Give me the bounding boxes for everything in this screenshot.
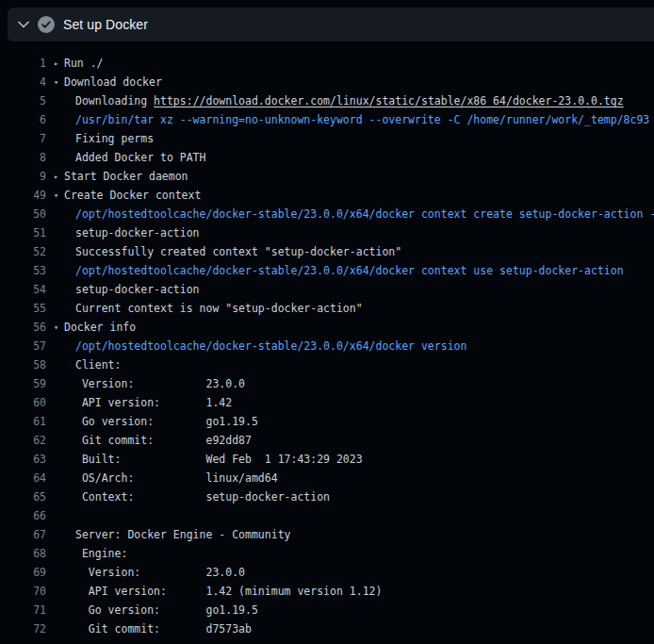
log-command: /opt/hostedtoolcache/docker-stable/23.0.… xyxy=(54,337,466,355)
log-text: Server: Docker Engine - Community xyxy=(54,525,290,544)
line-number[interactable]: 56 xyxy=(0,318,46,337)
status-check-icon xyxy=(38,16,55,33)
chevron-down-icon: ▾ xyxy=(54,318,64,337)
log-line: 72 Git commit: d7573ab xyxy=(0,619,654,638)
line-number[interactable]: 69 xyxy=(0,563,46,582)
log-line[interactable]: 49▾Create Docker context xyxy=(0,186,654,205)
log-text: Downloading https://download.docker.com/… xyxy=(54,91,624,110)
log-line[interactable]: 9▸Start Docker daemon xyxy=(0,167,654,186)
log-text: API version: 1.42 xyxy=(54,393,232,412)
log-line: 60 API version: 1.42 xyxy=(0,393,654,412)
line-number[interactable]: 49 xyxy=(0,186,46,205)
log-line: 51setup-docker-action xyxy=(0,223,654,242)
log-command: /usr/bin/tar xz --warning=no-unknown-key… xyxy=(54,110,649,129)
log-line: 62 Git commit: e92dd87 xyxy=(0,431,654,450)
log-text: Client: xyxy=(54,355,121,374)
log-text: setup-docker-action xyxy=(54,280,200,299)
log-line: 61 Go version: go1.19.5 xyxy=(0,412,654,431)
log-command: /opt/hostedtoolcache/docker-stable/23.0.… xyxy=(54,261,624,280)
line-number[interactable]: 66 xyxy=(0,506,46,525)
log-body: 1▸Run ./4▾Download docker5Downloading ht… xyxy=(0,41,654,644)
log-line: 8Added Docker to PATH xyxy=(0,148,654,167)
log-line[interactable]: 4▾Download docker xyxy=(0,73,654,91)
log-text: Go version: go1.19.5 xyxy=(54,412,258,431)
log-text: Git commit: e92dd87 xyxy=(54,431,252,450)
log-group-row[interactable]: ▾Download docker xyxy=(54,73,162,91)
log-line: 59 Version: 23.0.0 xyxy=(0,374,654,393)
chevron-down-icon[interactable] xyxy=(17,19,29,31)
step-title: Set up Docker xyxy=(63,17,148,32)
log-line: 71 Go version: go1.19.5 xyxy=(0,601,654,619)
line-number[interactable]: 70 xyxy=(0,582,46,601)
line-number[interactable]: 63 xyxy=(0,450,46,469)
line-number[interactable]: 59 xyxy=(0,374,46,393)
line-number[interactable]: 51 xyxy=(0,223,46,242)
line-number[interactable]: 1 xyxy=(0,54,46,73)
group-title: Start Docker daemon xyxy=(64,170,188,183)
log-text: Git commit: d7573ab xyxy=(54,619,252,638)
log-line: 68 Engine: xyxy=(0,544,654,563)
log-text: Context: setup-docker-action xyxy=(54,487,330,506)
log-line: 66 xyxy=(0,506,654,525)
line-number[interactable]: 55 xyxy=(0,299,46,318)
log-line: 70 API version: 1.42 (minimum version 1.… xyxy=(0,582,654,601)
log-line: 58Client: xyxy=(0,355,654,374)
log-text: Downloading xyxy=(75,94,154,107)
log-group-row[interactable]: ▾Create Docker context xyxy=(54,186,201,205)
log-text: Version: 23.0.0 xyxy=(54,374,245,393)
line-number[interactable]: 5 xyxy=(0,91,46,110)
log-line[interactable]: 56▾Docker info xyxy=(0,318,654,337)
line-number[interactable]: 64 xyxy=(0,469,46,487)
log-text: setup-docker-action xyxy=(54,223,200,242)
log-group-row[interactable]: ▾Docker info xyxy=(54,318,136,337)
line-number[interactable]: 6 xyxy=(0,110,46,129)
log-line: 50/opt/hostedtoolcache/docker-stable/23.… xyxy=(0,205,654,223)
line-number[interactable]: 57 xyxy=(0,337,46,355)
log-line: 65 Context: setup-docker-action xyxy=(0,487,654,506)
log-line: 53/opt/hostedtoolcache/docker-stable/23.… xyxy=(0,261,654,280)
group-title: Run ./ xyxy=(64,57,104,70)
log-line: 55Current context is now "setup-docker-a… xyxy=(0,299,654,318)
line-number[interactable]: 53 xyxy=(0,261,46,280)
group-title: Docker info xyxy=(64,321,136,334)
line-number[interactable]: 61 xyxy=(0,412,46,431)
log-text: Engine: xyxy=(54,544,127,563)
log-text: Successfully created context "setup-dock… xyxy=(54,242,401,261)
chevron-right-icon: ▸ xyxy=(54,167,64,186)
log-text xyxy=(54,506,75,525)
line-number[interactable]: 67 xyxy=(0,525,46,544)
line-number[interactable]: 4 xyxy=(0,73,46,91)
log-line: 67Server: Docker Engine - Community xyxy=(0,525,654,544)
chevron-down-icon: ▾ xyxy=(54,73,64,91)
line-number[interactable]: 60 xyxy=(0,393,46,412)
log-link[interactable]: https://download.docker.com/linux/static… xyxy=(154,94,624,107)
log-text: Fixing perms xyxy=(54,129,154,148)
line-number[interactable]: 62 xyxy=(0,431,46,450)
log-text: Go version: go1.19.5 xyxy=(54,601,258,619)
log-text: OS/Arch: linux/amd64 xyxy=(54,469,278,487)
group-title: Create Docker context xyxy=(64,189,201,202)
line-number[interactable]: 7 xyxy=(0,129,46,148)
line-number[interactable]: 8 xyxy=(0,148,46,167)
line-number[interactable]: 9 xyxy=(0,167,46,186)
log-command: /opt/hostedtoolcache/docker-stable/23.0.… xyxy=(54,205,654,223)
log-line: 52Successfully created context "setup-do… xyxy=(0,242,654,261)
log-line: 57/opt/hostedtoolcache/docker-stable/23.… xyxy=(0,337,654,355)
line-number[interactable]: 50 xyxy=(0,205,46,223)
line-number[interactable]: 65 xyxy=(0,487,46,506)
line-number[interactable]: 54 xyxy=(0,280,46,299)
log-text: Added Docker to PATH xyxy=(54,148,205,167)
line-number[interactable]: 72 xyxy=(0,619,46,638)
line-number[interactable]: 52 xyxy=(0,242,46,261)
line-number[interactable]: 68 xyxy=(0,544,46,563)
line-number[interactable]: 71 xyxy=(0,601,46,619)
step-header[interactable]: Set up Docker xyxy=(8,8,654,41)
log-line[interactable]: 1▸Run ./ xyxy=(0,54,654,73)
log-line: 54setup-docker-action xyxy=(0,280,654,299)
log-group-row[interactable]: ▸Run ./ xyxy=(54,54,104,73)
chevron-down-icon: ▾ xyxy=(54,186,64,205)
log-group-row[interactable]: ▸Start Docker daemon xyxy=(54,167,188,186)
chevron-right-icon: ▸ xyxy=(54,54,64,73)
log-line: 5Downloading https://download.docker.com… xyxy=(0,91,654,110)
line-number[interactable]: 58 xyxy=(0,355,46,374)
